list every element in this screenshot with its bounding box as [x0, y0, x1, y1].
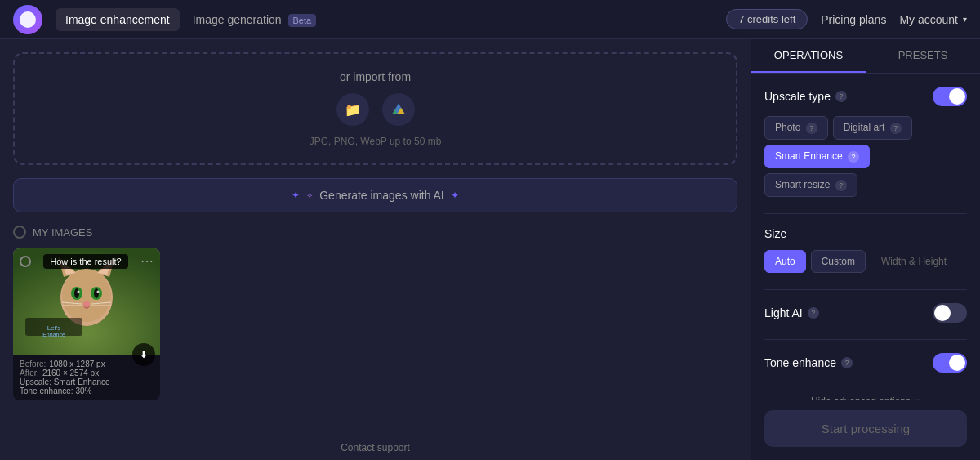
contact-support-link[interactable]: Contact support: [341, 442, 410, 453]
size-option-width-height[interactable]: Width & Height: [871, 250, 957, 273]
tab-presets[interactable]: PRESETS: [866, 39, 980, 73]
sparkle-right-icon: ✦: [451, 190, 459, 201]
size-option-custom[interactable]: Custom: [811, 250, 866, 273]
light-ai-header: Light AI ?: [764, 303, 967, 323]
nav-image-generation[interactable]: Image generation Beta: [183, 8, 327, 31]
my-images-header: MY IMAGES: [13, 226, 737, 239]
digital-art-info-icon[interactable]: ?: [890, 123, 902, 134]
svg-text:Let's: Let's: [47, 324, 61, 332]
tone-enhance-header: Tone enhance ?: [764, 353, 967, 373]
size-options: Auto Custom Width & Height: [764, 250, 967, 273]
light-ai-info-icon[interactable]: ?: [808, 307, 819, 319]
tab-operations[interactable]: OPERATIONS: [751, 39, 866, 73]
header: Image enhancement Image generation Beta …: [0, 0, 980, 39]
before-value: 1080 x 1287 px: [49, 360, 105, 368]
image-card: How is the result? ⋯: [13, 248, 160, 400]
svg-point-2: [62, 270, 111, 322]
drive-upload-button[interactable]: [382, 93, 415, 126]
light-ai-title: Light AI ?: [764, 306, 819, 319]
start-processing-button[interactable]: Start processing: [764, 410, 967, 447]
logo-icon: [20, 11, 36, 28]
tone-enhance-info-icon[interactable]: ?: [841, 357, 853, 368]
svg-point-11: [78, 291, 80, 293]
divider-1: [764, 213, 967, 214]
card-select-radio[interactable]: [20, 256, 31, 267]
folder-upload-button[interactable]: 📁: [336, 93, 369, 126]
upscale-option-smart-resize[interactable]: Smart resize ?: [764, 173, 858, 197]
light-ai-section: Light AI ?: [764, 303, 967, 323]
nav-tabs: Image enhancement Image generation Beta: [56, 8, 726, 31]
tone-enhance-section: Tone enhance ?: [764, 353, 967, 373]
generate-label: Generate images with AI: [319, 189, 444, 202]
advanced-chevron-icon: ▾: [915, 395, 920, 400]
my-images-radio[interactable]: [13, 226, 26, 239]
upscale-type-title: Upscale type ?: [764, 90, 847, 103]
advanced-options-toggle[interactable]: Hide advanced options ▾: [764, 389, 967, 400]
upscale-type-header: Upscale type ?: [764, 87, 967, 106]
right-panel: OPERATIONS PRESETS Upscale type ?: [751, 39, 980, 460]
generate-ai-button[interactable]: ✦ ✧ Generate images with AI ✦: [13, 178, 737, 212]
upload-format: JPG, PNG, WebP up to 50 mb: [31, 136, 719, 147]
panel-content: Upscale type ? Photo ? Digital art ?: [751, 74, 980, 400]
card-menu-button[interactable]: ⋯: [140, 253, 154, 269]
credits-button[interactable]: 7 credits left: [726, 9, 808, 29]
panel-tabs: OPERATIONS PRESETS: [751, 39, 980, 74]
account-button[interactable]: My account ▾: [899, 13, 967, 26]
upscale-type-section: Upscale type ? Photo ? Digital art ?: [764, 87, 967, 197]
footer: Contact support: [0, 435, 751, 460]
upscale-option-photo[interactable]: Photo ?: [764, 116, 828, 140]
my-images-label: MY IMAGES: [33, 226, 92, 239]
pricing-link[interactable]: Pricing plans: [821, 13, 886, 26]
svg-point-9: [74, 288, 79, 298]
upscale-type-toggle[interactable]: [933, 87, 967, 106]
sparkle-mid-icon: ✧: [306, 191, 313, 200]
drive-icon: [391, 102, 406, 117]
size-option-auto[interactable]: Auto: [764, 250, 806, 273]
advanced-options-label: Hide advanced options: [811, 395, 911, 400]
light-ai-toggle[interactable]: [933, 303, 967, 323]
after-label: After:: [20, 368, 39, 377]
smart-resize-info-icon[interactable]: ?: [835, 180, 847, 191]
tone-enhance-title: Tone enhance ?: [764, 356, 853, 369]
upscale-option-smart-enhance[interactable]: Smart Enhance ?: [764, 145, 870, 168]
card-tooltip: How is the result?: [43, 254, 127, 269]
upload-area[interactable]: or import from 📁 JPG, PNG, WebP up to 50…: [13, 52, 737, 165]
image-card-header: How is the result? ⋯: [13, 248, 160, 274]
tone-info: Tone enhance: 30%: [20, 386, 154, 395]
my-images-section: MY IMAGES How is the result? ⋯: [13, 226, 737, 400]
size-title: Size: [764, 227, 786, 240]
upscale-info: Upscale: Smart Enhance: [20, 377, 154, 386]
toggle-knob: [949, 88, 965, 105]
divider-2: [764, 289, 967, 290]
svg-text:Enhance: Enhance: [42, 332, 65, 337]
size-section: Size Auto Custom Width & Height: [764, 227, 967, 273]
after-value: 2160 × 2574 px: [42, 368, 99, 377]
sparkle-left-icon: ✦: [292, 190, 300, 201]
light-ai-toggle-knob: [934, 305, 951, 321]
main: or import from 📁 JPG, PNG, WebP up to 50…: [0, 39, 980, 460]
logo: [13, 5, 42, 34]
tone-enhance-toggle[interactable]: [933, 353, 967, 373]
download-icon: ⬇: [140, 349, 148, 360]
download-button[interactable]: ⬇: [132, 343, 155, 366]
size-header: Size: [764, 227, 967, 240]
before-label: Before:: [20, 360, 46, 368]
chevron-down-icon: ▾: [963, 15, 967, 24]
divider-3: [764, 339, 967, 340]
folder-icon: 📁: [345, 102, 361, 118]
import-text: or import from: [31, 70, 719, 83]
smart-enhance-info-icon[interactable]: ?: [848, 151, 859, 163]
header-right: 7 credits left Pricing plans My account …: [726, 9, 967, 29]
upscale-type-info-icon[interactable]: ?: [835, 91, 847, 102]
svg-point-10: [94, 288, 99, 298]
photo-info-icon[interactable]: ?: [806, 123, 817, 134]
left-panel: or import from 📁 JPG, PNG, WebP up to 50…: [0, 39, 751, 460]
upload-icons: 📁: [31, 93, 719, 126]
beta-badge: Beta: [288, 14, 317, 27]
upscale-type-options: Photo ? Digital art ? Smart Enhance ? Sm…: [764, 116, 967, 197]
tone-enhance-toggle-knob: [949, 355, 965, 371]
svg-point-12: [97, 291, 100, 293]
svg-point-13: [83, 301, 90, 306]
upscale-option-digital-art[interactable]: Digital art ?: [833, 116, 912, 140]
nav-image-enhancement[interactable]: Image enhancement: [56, 8, 180, 31]
